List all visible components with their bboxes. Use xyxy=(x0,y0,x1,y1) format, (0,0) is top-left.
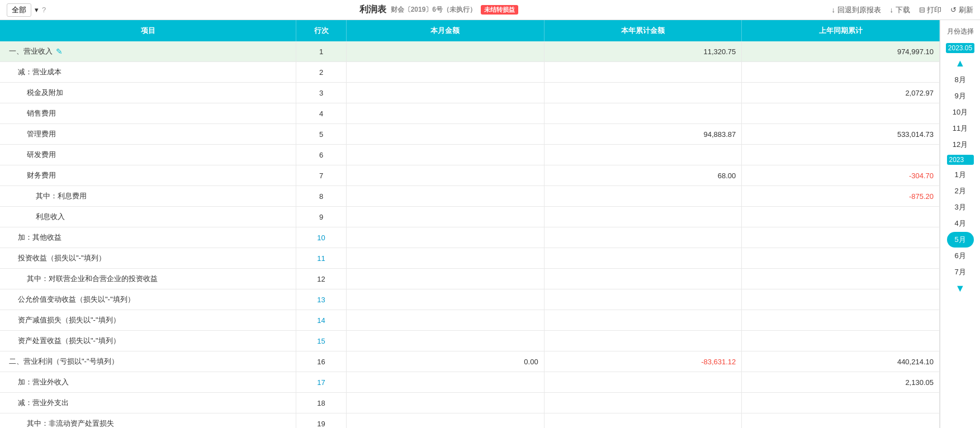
cell-current-month xyxy=(347,393,545,413)
cell-label: 资产处置收益（损失以"-"填列） xyxy=(0,331,296,351)
sidebar-month-item[interactable]: 8月 xyxy=(947,72,974,88)
cell-prior-year xyxy=(742,310,940,330)
cell-prior-year xyxy=(742,62,940,82)
cell-current-month xyxy=(347,207,545,227)
cell-label: 减：营业成本 xyxy=(0,62,296,82)
cell-row-num: 19 xyxy=(296,413,347,428)
sidebar-month-item[interactable]: 7月 xyxy=(947,264,974,280)
cell-label: 研发费用 xyxy=(0,145,296,165)
cell-current-month xyxy=(347,83,545,103)
table-row: 其中：对联营企业和合营企业的投资收益12 xyxy=(0,269,940,289)
help-icon[interactable]: ? xyxy=(42,6,46,14)
table-row: 研发费用6 xyxy=(0,145,940,165)
cell-row-num: 14 xyxy=(296,310,347,330)
table-row: 减：营业成本2 xyxy=(0,62,940,83)
cell-label: 其中：非流动资产处置损失 xyxy=(0,413,296,428)
all-button[interactable]: 全部 xyxy=(7,3,31,17)
cell-row-num: 15 xyxy=(296,331,347,351)
sidebar-nav-down[interactable]: ▼ xyxy=(953,280,968,297)
cell-current-month xyxy=(347,248,545,268)
sidebar-month-item[interactable]: 2月 xyxy=(947,183,974,199)
cell-row-num: 10 xyxy=(296,227,347,248)
cell-ytd xyxy=(545,207,742,227)
th-current: 本月金额 xyxy=(347,20,545,41)
table-row: 一、营业收入✎111,320.75974,997.10 xyxy=(0,41,940,62)
table-row: 税金及附加32,072.97 xyxy=(0,83,940,103)
cell-label: 其中：利息费用 xyxy=(0,186,296,206)
cell-current-month xyxy=(347,103,545,123)
report-title: 利润表 xyxy=(359,4,386,16)
cell-row-num: 4 xyxy=(296,103,347,123)
cell-prior-year: 2,072.97 xyxy=(742,83,940,103)
cell-current-month xyxy=(347,372,545,392)
table-body: 一、营业收入✎111,320.75974,997.10减：营业成本2税金及附加3… xyxy=(0,41,940,428)
cell-label: 加：营业外收入 xyxy=(0,372,296,392)
cell-current-month xyxy=(347,227,545,248)
cell-row-num: 8 xyxy=(296,186,347,206)
cell-prior-year xyxy=(742,269,940,289)
table-row: 利息收入9 xyxy=(0,207,940,227)
edit-icon[interactable]: ✎ xyxy=(56,47,63,56)
top-bar-center: 利润表 财会〔2019〕6号（未执行） 未结转损益 xyxy=(359,4,518,16)
sidebar-month-item[interactable]: 4月 xyxy=(947,216,974,231)
cell-row-num: 3 xyxy=(296,83,347,103)
sidebar-month-item[interactable]: 12月 xyxy=(947,137,974,153)
sidebar-month-item[interactable]: 6月 xyxy=(947,248,974,264)
cell-label: 资产减值损失（损失以"-"填列） xyxy=(0,310,296,330)
cell-prior-year: 440,214.10 xyxy=(742,351,940,372)
cell-current-month xyxy=(347,186,545,206)
table-row: 资产减值损失（损失以"-"填列）14 xyxy=(0,310,940,331)
main-layout: 项目 行次 本月金额 本年累计金额 上年同期累计 一、营业收入✎111,320.… xyxy=(0,20,980,428)
cell-ytd xyxy=(545,393,742,413)
cell-row-num: 12 xyxy=(296,269,347,289)
cell-label: 投资收益（损失以"-"填列） xyxy=(0,248,296,268)
table-area: 项目 行次 本月金额 本年累计金额 上年同期累计 一、营业收入✎111,320.… xyxy=(0,20,940,428)
cell-current-month xyxy=(347,165,545,186)
cell-current-month xyxy=(347,145,545,165)
sidebar-month-item[interactable]: 1月 xyxy=(947,167,974,183)
sidebar-nav-up[interactable]: ▲ xyxy=(953,55,968,72)
cell-label: 其中：对联营企业和合营企业的投资收益 xyxy=(0,269,296,289)
download-button[interactable]: ↓ 下载 xyxy=(890,5,910,15)
sidebar-month-item[interactable]: 5月 xyxy=(947,232,974,248)
print-button[interactable]: ⊟ 打印 xyxy=(919,5,942,15)
cell-row-num: 11 xyxy=(296,248,347,268)
cell-current-month xyxy=(347,269,545,289)
sidebar-month-item[interactable]: 9月 xyxy=(947,88,974,104)
sidebar-year-badge: 2023.05 xyxy=(946,43,974,53)
cell-ytd xyxy=(545,186,742,206)
status-badge[interactable]: 未结转损益 xyxy=(481,5,518,15)
back-button[interactable]: ↓ 回退到原报表 xyxy=(831,5,880,15)
table-row: 管理费用594,883.87533,014.73 xyxy=(0,124,940,145)
dropdown-icon: ▾ xyxy=(35,6,39,14)
table-row: 其中：利息费用8-875.20 xyxy=(0,186,940,207)
cell-ytd xyxy=(545,269,742,289)
cell-current-month xyxy=(347,41,545,61)
cell-current-month xyxy=(347,413,545,428)
cell-label: 管理费用 xyxy=(0,124,296,144)
cell-label: 税金及附加 xyxy=(0,83,296,103)
table-row: 减：营业外支出18 xyxy=(0,393,940,413)
sidebar-month-item[interactable]: 10月 xyxy=(947,104,974,120)
cell-current-month xyxy=(347,62,545,82)
cell-ytd xyxy=(545,248,742,268)
cell-ytd xyxy=(545,103,742,123)
cell-prior-year xyxy=(742,413,940,428)
cell-label: 财务费用 xyxy=(0,165,296,186)
sidebar-month-item[interactable]: 11月 xyxy=(947,121,974,136)
cell-ytd: -83,631.12 xyxy=(545,351,742,372)
cell-row-num: 1 xyxy=(296,41,347,61)
sidebar: 月份选择 2023.05 ▲ 8月9月10月11月12月20231月2月3月4月… xyxy=(940,20,980,428)
cell-ytd xyxy=(545,145,742,165)
cell-ytd xyxy=(545,372,742,392)
cell-prior-year xyxy=(742,289,940,310)
cell-current-month xyxy=(347,331,545,351)
report-meta: 财会〔2019〕6号（未执行） xyxy=(391,5,476,15)
cell-ytd xyxy=(545,83,742,103)
sidebar-month-item[interactable]: 3月 xyxy=(947,199,974,215)
cell-current-month xyxy=(347,310,545,330)
refresh-button[interactable]: ↺ 刷新 xyxy=(950,5,973,15)
cell-row-num: 5 xyxy=(296,124,347,144)
sidebar-title: 月份选择 xyxy=(946,25,975,39)
cell-label: 公允价值变动收益（损失以"-"填列） xyxy=(0,289,296,310)
